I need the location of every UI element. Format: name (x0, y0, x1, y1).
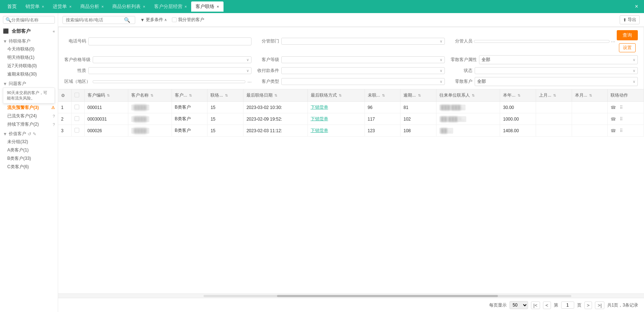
tab-home[interactable]: 首页 (3, 1, 21, 12)
row-select-checkbox[interactable] (75, 128, 79, 133)
first-page-btn[interactable]: |< (531, 301, 540, 309)
sort-icon-code[interactable]: ⇅ (107, 93, 110, 97)
nature-select[interactable]: ∨ (88, 67, 251, 74)
sort-icon-last-method[interactable]: ⇅ (339, 93, 342, 97)
tab-customer-contact[interactable]: 客户联络 × (191, 1, 223, 12)
horizontal-scrollbar[interactable] (58, 293, 644, 298)
page-number-input[interactable] (561, 301, 574, 309)
last-method-link[interactable]: 下销货单 (311, 105, 328, 110)
tab-sales-close[interactable]: × (42, 4, 44, 9)
customer-level-select[interactable]: ∨ (281, 56, 444, 63)
sidebar-item-lost[interactable]: 已流失客户(24) ? (0, 112, 58, 120)
payment-select[interactable]: ∨ (281, 67, 444, 74)
row-no-contact: 123 (365, 125, 401, 137)
action-more-icon[interactable]: ⠿ (620, 117, 623, 122)
action-more-icon[interactable]: ⠿ (620, 105, 623, 110)
sidebar-item-overdue[interactable]: 逾期未联络(30) (0, 70, 58, 78)
window-close-button[interactable]: × (632, 3, 641, 10)
sort-icon-name[interactable]: ⇅ (150, 93, 153, 97)
tab-customer-layered-close[interactable]: × (185, 4, 187, 9)
sort-icon-last-month[interactable]: ⇅ (553, 93, 556, 97)
last-method-link[interactable]: 下销货单 (311, 116, 328, 121)
total-info: 共1页，3条记录 (607, 302, 638, 308)
status-select[interactable]: ∨ (475, 67, 638, 74)
search-input[interactable] (66, 17, 124, 23)
price-level-select[interactable]: ∨ (93, 56, 251, 63)
page-label: 第 (554, 302, 558, 308)
section-problem-customers[interactable]: ▼ 问题客户 (0, 78, 58, 88)
action-contact-icon[interactable]: ☎ (611, 128, 616, 133)
row-contact-count: 15 (208, 125, 243, 137)
settings-button[interactable]: 设置 (619, 43, 636, 52)
sidebar-item-churn-warning[interactable]: 流失预警客户(3) ⚠ (0, 104, 58, 112)
action-more-icon[interactable]: ⠿ (620, 128, 623, 133)
region-select[interactable] (93, 80, 245, 83)
scrollbar-thumb[interactable] (277, 295, 498, 297)
per-page-select[interactable]: 50 100 200 (510, 301, 528, 309)
table-row: 1 000011 ████ B类客户 15 2023-03-02 10:30: … (58, 102, 644, 113)
edit-icon[interactable]: ✎ (33, 131, 36, 137)
next-page-btn[interactable]: > (584, 301, 592, 309)
action-contact-icon[interactable]: ☎ (611, 105, 616, 110)
last-method-link[interactable]: 下销货单 (311, 128, 328, 133)
row-select-checkbox[interactable] (75, 116, 79, 121)
sidebar-all-customers[interactable]: ⬛ 全部客户 « (0, 27, 58, 36)
sidebar-item-c-class[interactable]: C类客户(6) (0, 163, 58, 171)
sort-icon-contact[interactable]: ⇅ (225, 93, 228, 97)
row-no-contact: 117 (365, 113, 401, 125)
prev-page-btn[interactable]: < (543, 301, 551, 309)
my-customers-checkbox[interactable] (172, 17, 177, 22)
sidebar-item-a-class[interactable]: A类客户(1) (0, 146, 58, 154)
tab-goods-analysis-close[interactable]: × (101, 4, 104, 9)
col-overdue: 逾期... ⇅ (401, 89, 436, 102)
tooltip-problem: 90天未交易的客户，可能有流失风险。 (3, 88, 55, 104)
region-dots[interactable]: ··· (247, 79, 252, 85)
status-label: 状态 (451, 68, 472, 74)
tab-purchase[interactable]: 进货单 × (48, 1, 76, 12)
sort-icon-overdue[interactable]: ⇅ (418, 93, 421, 97)
person-select[interactable] (474, 40, 610, 43)
last-page-btn[interactable]: >| (595, 301, 604, 309)
sidebar-item-ungrouped[interactable]: 未分组(32) (0, 138, 58, 146)
phone-input[interactable] (88, 37, 251, 45)
question-icon: ? (53, 114, 55, 118)
sort-icon-unit[interactable]: ⇅ (472, 93, 475, 97)
row-unit-contact: ███ ███... (436, 102, 500, 113)
person-dots[interactable]: ··· (611, 39, 615, 44)
sidebar-item-tomorrow[interactable]: 明天待联络(1) (0, 53, 58, 62)
search-button[interactable]: 🔍 (124, 17, 130, 23)
retail-customer-select[interactable]: 全部 ∨ (475, 77, 638, 86)
sort-icon-no-contact[interactable]: ⇅ (382, 93, 385, 97)
customer-type-select[interactable]: ∨ (281, 78, 444, 85)
sidebar-item-7days[interactable]: 近7天待联络(0) (0, 62, 58, 70)
row-select-checkbox[interactable] (75, 105, 79, 109)
tab-customer-contact-close[interactable]: × (217, 4, 219, 9)
tab-purchase-close[interactable]: × (69, 4, 71, 9)
settings-gear-col: ⚙ (58, 89, 71, 102)
refresh-icon[interactable]: ↺ (28, 131, 31, 137)
tab-customer-layered[interactable]: 客户分层经营 × (150, 1, 191, 12)
sidebar-search-input[interactable] (11, 17, 52, 23)
sort-icon-year[interactable]: ⇅ (518, 93, 520, 97)
query-button[interactable]: 查询 (617, 30, 638, 40)
section-value-customers[interactable]: ▼ 价值客户 ↺ ✎ (0, 129, 58, 138)
dept-select[interactable]: ∨ (281, 38, 444, 45)
sidebar-item-b-class[interactable]: B类客户(33) (0, 154, 58, 163)
sort-icon-last-date[interactable]: ⇅ (274, 93, 277, 97)
more-conditions-btn[interactable]: ▼ 更多条件 ∧ (138, 16, 169, 24)
action-contact-icon[interactable]: ☎ (611, 117, 616, 122)
tab-sales[interactable]: 销货单 × (21, 1, 48, 12)
sort-icon-type[interactable]: ⇅ (189, 93, 192, 97)
tab-goods-analysis[interactable]: 商品分析 × (76, 1, 108, 12)
tab-goods-analysis-list[interactable]: 商品分析列表 × (108, 1, 149, 12)
tab-goods-analysis-list-close[interactable]: × (143, 4, 145, 9)
sort-icon-this-month[interactable]: ⇅ (589, 93, 592, 97)
section-pending-contact[interactable]: ▼ 待联络客户 (0, 36, 58, 45)
table-settings-icon[interactable]: ⚙ (61, 93, 65, 98)
export-button[interactable]: ⬆ 导出 (620, 15, 640, 24)
sidebar-item-declining[interactable]: 持续下滑客户(2) ? (0, 120, 58, 129)
sidebar-item-today[interactable]: 今天待联络(0) (0, 45, 58, 53)
retail-attr-select[interactable]: 全部 ∨ (479, 55, 638, 64)
select-all-checkbox[interactable] (75, 93, 79, 97)
my-customers-toggle[interactable]: 我分管的客户 (172, 17, 204, 23)
